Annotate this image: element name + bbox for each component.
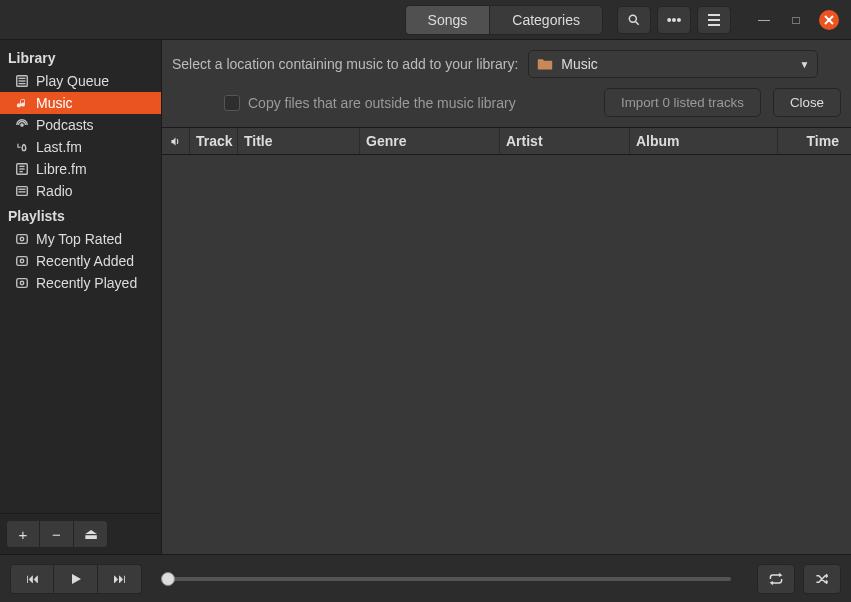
shuffle-button[interactable] bbox=[803, 564, 841, 594]
sidebar-item-label: Podcasts bbox=[36, 117, 94, 133]
menu-button[interactable] bbox=[697, 6, 731, 34]
queue-icon bbox=[14, 74, 30, 88]
eject-icon: ⏏ bbox=[84, 525, 98, 543]
podcast-icon bbox=[14, 118, 30, 132]
svg-rect-23 bbox=[17, 279, 28, 288]
sidebar-item-librefm[interactable]: Libre.fm bbox=[0, 158, 161, 180]
sidebar-item-lastfm[interactable]: ᶫ٥ Last.fm bbox=[0, 136, 161, 158]
svg-point-0 bbox=[629, 15, 636, 22]
repeat-icon bbox=[768, 572, 784, 586]
smart-playlist-icon bbox=[14, 276, 30, 290]
import-button[interactable]: Import 0 listed tracks bbox=[604, 88, 761, 117]
svg-point-24 bbox=[20, 281, 24, 285]
window-controls: — □ bbox=[755, 10, 839, 30]
sidebar-item-radio[interactable]: Radio bbox=[0, 180, 161, 202]
close-icon bbox=[824, 15, 834, 25]
checkbox-box bbox=[224, 95, 240, 111]
eject-button[interactable]: ⏏ bbox=[74, 520, 108, 548]
minus-icon: − bbox=[52, 526, 61, 543]
track-table-body bbox=[162, 155, 851, 554]
playback-bar: ⏮ ⏭ bbox=[0, 554, 851, 602]
copy-files-label: Copy files that are outside the music li… bbox=[248, 95, 516, 111]
track-table-header: Track Title Genre Artist Album Time bbox=[162, 127, 851, 155]
close-import-button[interactable]: Close bbox=[773, 88, 841, 117]
progress-track bbox=[168, 577, 731, 581]
radio-icon bbox=[14, 184, 30, 198]
close-button[interactable] bbox=[819, 10, 839, 30]
column-genre[interactable]: Genre bbox=[360, 128, 500, 154]
maximize-button[interactable]: □ bbox=[787, 11, 805, 29]
previous-button[interactable]: ⏮ bbox=[10, 564, 54, 594]
sidebar-item-play-queue[interactable]: Play Queue bbox=[0, 70, 161, 92]
app-window: Songs Categories ••• — □ bbox=[0, 0, 851, 602]
view-switcher: Songs Categories bbox=[405, 5, 603, 35]
speaker-icon bbox=[169, 135, 182, 148]
sidebar-item-podcasts[interactable]: Podcasts bbox=[0, 114, 161, 136]
minimize-icon: — bbox=[758, 13, 770, 27]
sidebar-item-label: Recently Played bbox=[36, 275, 137, 291]
minimize-button[interactable]: — bbox=[755, 11, 773, 29]
sidebar: Library Play Queue Music bbox=[0, 40, 162, 554]
location-dropdown[interactable]: Music ▼ bbox=[528, 50, 818, 78]
sidebar-item-recently-played[interactable]: Recently Played bbox=[0, 272, 161, 294]
sidebar-actions: + − ⏏ bbox=[0, 513, 161, 554]
next-button[interactable]: ⏭ bbox=[98, 564, 142, 594]
sidebar-item-music[interactable]: Music bbox=[0, 92, 161, 114]
plus-icon: + bbox=[19, 526, 28, 543]
sidebar-section-library: Library bbox=[0, 44, 161, 70]
sidebar-item-label: Recently Added bbox=[36, 253, 134, 269]
sidebar-section-playlists: Playlists bbox=[0, 202, 161, 228]
skip-forward-icon: ⏭ bbox=[113, 571, 126, 586]
sidebar-item-label: Music bbox=[36, 95, 73, 111]
svg-point-20 bbox=[20, 237, 24, 241]
column-playing[interactable] bbox=[162, 128, 190, 154]
svg-rect-21 bbox=[17, 257, 28, 266]
tab-categories[interactable]: Categories bbox=[490, 6, 602, 34]
search-icon bbox=[627, 13, 641, 27]
tab-songs[interactable]: Songs bbox=[406, 6, 491, 34]
svg-line-1 bbox=[635, 21, 638, 24]
sidebar-item-label: Radio bbox=[36, 183, 73, 199]
svg-rect-19 bbox=[17, 235, 28, 244]
column-time[interactable]: Time bbox=[778, 128, 851, 154]
lastfm-icon: ᶫ٥ bbox=[14, 141, 30, 154]
svg-rect-16 bbox=[17, 187, 28, 196]
remove-playlist-button[interactable]: − bbox=[40, 520, 74, 548]
header-bar: Songs Categories ••• — □ bbox=[0, 0, 851, 40]
playback-options bbox=[757, 564, 841, 594]
location-value: Music bbox=[561, 56, 598, 72]
hamburger-icon bbox=[707, 14, 721, 26]
sidebar-item-label: Last.fm bbox=[36, 139, 82, 155]
more-icon: ••• bbox=[667, 12, 682, 28]
import-toolbar: Select a location containing music to ad… bbox=[162, 40, 851, 84]
repeat-button[interactable] bbox=[757, 564, 795, 594]
librefm-icon bbox=[14, 162, 30, 176]
column-track[interactable]: Track bbox=[190, 128, 238, 154]
play-icon bbox=[70, 573, 82, 585]
chevron-down-icon: ▼ bbox=[799, 59, 809, 70]
sidebar-item-my-top-rated[interactable]: My Top Rated bbox=[0, 228, 161, 250]
sidebar-item-label: My Top Rated bbox=[36, 231, 122, 247]
progress-slider[interactable] bbox=[168, 577, 731, 581]
sidebar-item-recently-added[interactable]: Recently Added bbox=[0, 250, 161, 272]
add-playlist-button[interactable]: + bbox=[6, 520, 40, 548]
main-pane: Select a location containing music to ad… bbox=[162, 40, 851, 554]
music-icon bbox=[14, 97, 30, 110]
play-button[interactable] bbox=[54, 564, 98, 594]
shuffle-icon bbox=[814, 572, 830, 586]
search-button[interactable] bbox=[617, 6, 651, 34]
more-button[interactable]: ••• bbox=[657, 6, 691, 34]
smart-playlist-icon bbox=[14, 254, 30, 268]
column-title[interactable]: Title bbox=[238, 128, 360, 154]
import-prompt: Select a location containing music to ad… bbox=[172, 56, 518, 72]
column-album[interactable]: Album bbox=[630, 128, 778, 154]
sidebar-list: Library Play Queue Music bbox=[0, 40, 161, 513]
skip-back-icon: ⏮ bbox=[26, 571, 39, 586]
transport-controls: ⏮ ⏭ bbox=[10, 564, 142, 594]
folder-icon bbox=[537, 57, 553, 71]
column-artist[interactable]: Artist bbox=[500, 128, 630, 154]
svg-point-11 bbox=[21, 124, 23, 126]
progress-thumb[interactable] bbox=[161, 572, 175, 586]
copy-files-checkbox[interactable]: Copy files that are outside the music li… bbox=[224, 95, 516, 111]
sidebar-item-label: Libre.fm bbox=[36, 161, 87, 177]
